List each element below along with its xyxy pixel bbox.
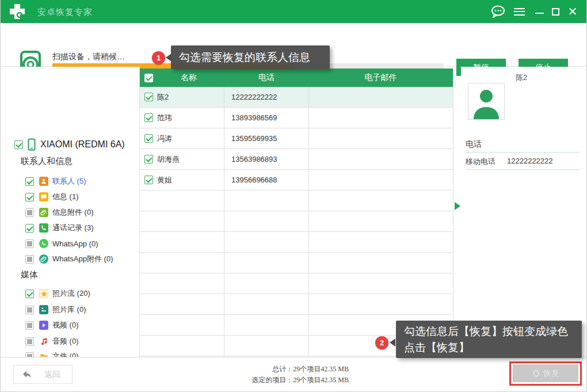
checkbox[interactable] [25,208,34,217]
device-name: XIAOMI (REDMI 6A) [40,139,125,150]
contact-name: 胡海燕 [157,154,180,165]
select-all-checkbox[interactable] [144,74,153,82]
photo-library-icon [39,305,48,314]
contact-phone: 13595569935 [224,128,309,149]
checkbox[interactable] [25,321,34,330]
contact-email [309,170,453,190]
step-1-badge: 1 [152,51,165,64]
section-contacts-info: 联系人和信息 [21,156,73,167]
tooltip-arrow [390,338,395,347]
scan-status-text: 扫描设备，请稍候… [52,52,125,62]
checkbox[interactable] [25,193,34,201]
menu-button[interactable] [509,0,529,23]
avatar [468,83,505,120]
contact-name: 范玮 [157,113,172,123]
hamburger-icon [514,8,525,16]
sidebar-item-message-attachments[interactable]: 信息附件 (0) [25,207,94,218]
detail-contact-name: 陈2 [516,73,527,83]
sidebar-item-label: 信息附件 (0) [52,207,94,218]
category-sidebar: XIAOMI (REDMI 6A) 联系人和信息 联系人 (5) 信息 (1) … [1,67,139,357]
maximize-button[interactable] [547,0,563,23]
checkbox[interactable] [25,224,34,233]
empty-table-row [140,294,453,315]
sidebar-item-photo-stream[interactable]: 照片流 (20) [25,288,90,299]
empty-table-row [140,232,453,253]
collapse-panel-arrow-icon[interactable] [455,202,460,210]
sidebar-item-whatsapp[interactable]: WhatsApp (0) [25,238,98,249]
back-button-label: 返回 [44,370,60,380]
table-row[interactable]: 冯涛 13595569935 [140,128,453,149]
title-bar: 安卓恢复专家 ✕ [1,0,586,23]
column-header-email[interactable]: 电子邮件 [308,73,453,83]
sidebar-item-label: 音频 (0) [52,336,79,347]
device-node[interactable]: XIAOMI (REDMI 6A) [14,138,125,151]
contact-detail-panel: 陈2 电话 移动电话 12222222222 [461,67,586,357]
sidebar-item-label: WhatsApp (0) [52,239,98,248]
sidebar-item-label: 照片流 (20) [52,288,90,299]
footer-bar: 返回 总计：29个项目42.35 MB 选定的项目：29个项目42.35 MB … [1,357,586,391]
sidebar-item-label: WhatsApp附件 (0) [52,254,113,264]
audio-icon [39,337,48,346]
sidebar-item-label: 通话记录 (3) [52,223,94,233]
divider [466,152,580,153]
chat-bubble-icon [491,5,505,18]
checkbox[interactable] [25,239,34,248]
section-media: 媒体 [21,269,38,280]
sidebar-item-contacts[interactable]: 联系人 (5) [25,176,86,187]
back-arrow-icon [22,370,32,379]
divider [466,169,580,170]
table-row[interactable]: 范玮 13893986569 [140,108,453,128]
checkbox[interactable] [25,290,34,298]
empty-table-row [140,273,453,294]
row-checkbox[interactable] [144,134,153,143]
tooltip-arrow [166,54,171,62]
contact-name: 陈2 [157,92,169,102]
checkbox[interactable] [25,337,34,346]
phone-device-icon [28,138,36,151]
checkbox[interactable] [25,255,34,264]
progress-percent: 62% [52,63,444,71]
maximize-icon [552,8,559,16]
contacts-icon [39,177,48,186]
sidebar-item-photo-library[interactable]: 照片库 (0) [25,305,86,315]
sidebar-item-call-history[interactable]: 通话记录 (3) [25,223,94,233]
app-title: 安卓恢复专家 [37,7,93,18]
contact-phone: 13956696688 [224,170,309,190]
minimize-button[interactable] [531,0,547,23]
back-button[interactable]: 返回 [13,365,73,384]
device-checkbox[interactable] [14,140,23,149]
sidebar-item-videos[interactable]: 视频 (0) [25,320,79,330]
row-checkbox[interactable] [144,93,153,101]
sidebar-item-label: 视频 (0) [52,320,79,330]
table-row[interactable]: 陈2 12222222222 [140,87,453,108]
table-row[interactable]: 黄姐 13956696688 [140,170,453,191]
whatsapp-attachment-icon [39,254,48,264]
column-header-phone[interactable]: 电话 [224,73,308,83]
column-header-name[interactable]: 名称 [153,73,224,83]
step-2-tooltip: 勾选信息后【恢复】按钮变成绿色 点击【恢复】 [396,321,582,358]
detail-field-label: 移动电话 [466,157,495,167]
sidebar-item-whatsapp-attachments[interactable]: WhatsApp附件 (0) [25,254,113,264]
empty-table-row [140,253,453,273]
row-checkbox[interactable] [144,176,153,184]
checkbox[interactable] [25,306,34,314]
row-checkbox[interactable] [144,155,153,163]
table-row[interactable]: 胡海燕 13563986893 [140,149,453,170]
sidebar-item-audio[interactable]: 音频 (0) [25,336,79,347]
row-checkbox[interactable] [144,113,153,122]
feedback-chat-button[interactable] [487,0,508,23]
minimize-icon [535,13,544,14]
contact-phone: 13563986893 [224,149,309,169]
detail-section-title: 电话 [466,139,482,150]
checkbox[interactable] [25,177,34,186]
person-silhouette-icon [471,87,501,119]
contact-email [309,87,453,107]
contact-phone: 13893986569 [224,108,309,128]
app-window: 安卓恢复专家 ✕ 扫描设备，请稍候… 62% 已用时间：00:00:18 暂停 [0,0,587,392]
sidebar-item-label: 照片库 (0) [52,305,86,315]
selected-items-text: 选定的项目：29个项目42.35 MB [162,375,349,386]
contact-email [309,108,453,128]
close-button[interactable]: ✕ [563,0,582,23]
detail-field-value: 12222222222 [507,157,553,165]
sidebar-item-messages[interactable]: 信息 (1) [25,192,79,202]
